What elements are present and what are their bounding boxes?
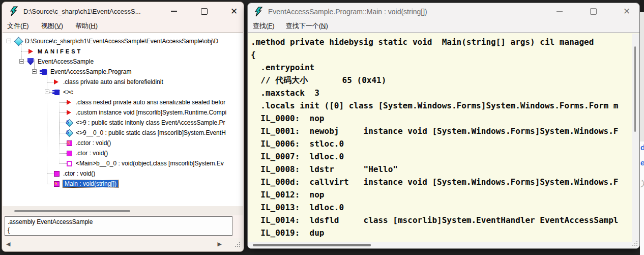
menu-item[interactable]: 查找(F) bbox=[253, 21, 275, 31]
ildasm-main-window: D:\Source\c_sharp\ch1\EventAccessS... ✕ … bbox=[2, 2, 244, 252]
tree-item-icon-cell: S bbox=[66, 139, 73, 147]
tree-row[interactable]: D:\Source\c_sharp\ch1\EventAccessSample\… bbox=[3, 36, 243, 46]
maximize-icon bbox=[590, 8, 597, 15]
maximize-button[interactable] bbox=[198, 6, 210, 17]
scroll-right-icon[interactable]: ▶ bbox=[218, 241, 222, 247]
sliver-band bbox=[640, 12, 644, 141]
method-icon bbox=[54, 171, 60, 177]
expand-collapse-box[interactable] bbox=[45, 90, 49, 94]
scrollbar-thumb[interactable] bbox=[634, 46, 636, 132]
tree-item-label-selected[interactable]: Main : void(string[]) bbox=[63, 180, 118, 187]
right-menu-bar: 查找(F)查找下一个(N) bbox=[248, 20, 639, 32]
static-marker-icon: S bbox=[66, 129, 69, 135]
tree-item-label[interactable]: .ctor : void() bbox=[63, 170, 95, 177]
il-code-line: .method private hidebysig static void Ma… bbox=[251, 36, 631, 48]
menu-item[interactable]: 查找下一个(N) bbox=[286, 21, 328, 31]
static-marker-icon: S bbox=[54, 181, 57, 186]
minimize-button[interactable] bbox=[554, 6, 565, 17]
menu-item[interactable]: 视图(V) bbox=[41, 21, 63, 31]
resize-grip-icon[interactable] bbox=[235, 243, 240, 248]
ildasm-app-icon bbox=[9, 6, 19, 16]
tree-row[interactable]: .class private auto ansi beforefieldinit bbox=[3, 77, 243, 87]
close-button[interactable]: ✕ bbox=[621, 6, 632, 17]
tree-item-icon-cell bbox=[53, 170, 60, 177]
tree-horizontal-scrollbar[interactable] bbox=[3, 206, 243, 215]
tree-item-label[interactable]: .class nested private auto ansi serializ… bbox=[76, 99, 225, 106]
assembly-info-line: .assembly EventAccessSample bbox=[8, 218, 229, 226]
tree-row[interactable]: EventAccessSample.Program bbox=[3, 67, 243, 77]
menu-item[interactable]: 文件(F) bbox=[7, 21, 29, 31]
expand-collapse-box[interactable] bbox=[32, 69, 37, 74]
tree-row[interactable]: .ctor : void() bbox=[3, 148, 243, 158]
tree-item-label[interactable]: .cctor : void() bbox=[76, 139, 111, 147]
tree-item-label[interactable]: <Main>b__0_0 : void(object,class [mscorl… bbox=[76, 160, 224, 167]
file-diamond-icon bbox=[14, 37, 23, 46]
static-marker-icon: S bbox=[67, 140, 70, 146]
menu-item-label: ) bbox=[61, 22, 63, 30]
expand-collapse-box[interactable] bbox=[19, 59, 24, 64]
horizontal-scrollbar[interactable] bbox=[248, 242, 639, 248]
minimize-button[interactable] bbox=[168, 6, 180, 17]
info-triangle-icon bbox=[54, 79, 58, 84]
tree-item-label[interactable]: .ctor : void() bbox=[76, 150, 108, 157]
tree-item-label[interactable]: MANIFEST bbox=[38, 48, 82, 55]
tree-row[interactable]: EventAccessSample bbox=[3, 56, 243, 67]
menu-item-label: 帮助( bbox=[75, 22, 91, 30]
bottom-horizontal-scrollbar[interactable]: ◀ ▶ bbox=[3, 238, 243, 251]
il-code-line: IL_0007: ldloc.0 bbox=[251, 150, 631, 163]
tree-row[interactable]: .custom instance void [mscorlib]System.R… bbox=[3, 107, 243, 118]
menu-access-key: V bbox=[56, 22, 61, 30]
tree-item-label[interactable]: EventAccessSample.Program bbox=[50, 68, 131, 75]
assembly-shield-icon bbox=[27, 58, 34, 65]
il-code-text: .method private hidebysig static void Ma… bbox=[251, 36, 631, 239]
menu-item-label: 查找下一个( bbox=[286, 22, 321, 30]
tree-item-label[interactable]: <>9 : public static initonly class Event… bbox=[76, 119, 225, 126]
right-title-bar[interactable]: EventAccessSample.Program::Main : void(s… bbox=[248, 3, 639, 20]
tree-row[interactable]: S<>9 : public static initonly class Even… bbox=[3, 118, 243, 128]
assembly-info-box: .assembly EventAccessSample { bbox=[5, 216, 232, 236]
tree-item-label[interactable]: EventAccessSample bbox=[38, 58, 94, 65]
tree-item-label[interactable]: .custom instance void [mscorlib]System.R… bbox=[76, 109, 226, 116]
tree-item-label[interactable]: .class private auto ansi beforefieldinit bbox=[63, 78, 163, 86]
class-icon bbox=[54, 90, 60, 95]
tree-row[interactable]: MANIFEST bbox=[3, 46, 243, 56]
scrollbar-thumb[interactable] bbox=[14, 210, 130, 212]
tree-item-icon-cell bbox=[66, 109, 73, 116]
il-code-line: .entrypoint bbox=[251, 61, 631, 74]
class-icon bbox=[42, 69, 47, 75]
menu-item-label: ) bbox=[26, 22, 28, 30]
tree-item-label[interactable]: <>c bbox=[63, 89, 73, 96]
expand-collapse-box[interactable] bbox=[7, 39, 11, 43]
tree-row[interactable]: SMain : void(string[]) bbox=[3, 179, 243, 189]
il-code-line: { bbox=[251, 48, 631, 61]
scrollbar-thumb[interactable] bbox=[253, 244, 371, 246]
tree-row[interactable]: S.cctor : void() bbox=[3, 138, 243, 148]
il-code-line: IL_000d: callvirt instance void [System.… bbox=[251, 176, 631, 188]
info-triangle-icon bbox=[67, 110, 71, 115]
tree-item-label[interactable]: <>9__0_0 : public static class [mscorlib… bbox=[76, 129, 226, 136]
menu-item-label: 查找( bbox=[253, 22, 268, 30]
menu-item[interactable]: 帮助(H) bbox=[75, 21, 98, 31]
tree-item-icon-cell bbox=[53, 89, 60, 96]
close-button[interactable]: ✕ bbox=[228, 6, 240, 17]
tree-item-label[interactable]: D:\Source\c_sharp\ch1\EventAccessSample\… bbox=[25, 38, 218, 45]
tree-item-icon-cell: S bbox=[66, 119, 73, 126]
sliver-text: 关 bbox=[640, 179, 644, 189]
tree-row[interactable]: .class nested private auto ansi serializ… bbox=[3, 97, 243, 107]
menu-access-key: N bbox=[321, 22, 326, 30]
left-title-bar[interactable]: D:\Source\c_sharp\ch1\EventAccessS... ✕ bbox=[2, 2, 244, 20]
tree-row[interactable]: <Main>b__0_0 : void(object,class [mscorl… bbox=[3, 158, 243, 168]
maximize-icon bbox=[201, 8, 208, 15]
scroll-left-icon[interactable]: ◀ bbox=[6, 241, 10, 247]
tree-row[interactable]: .ctor : void() bbox=[3, 168, 243, 179]
desktop: D:\Source\c_sharp\ch1\EventAccessS... ✕ … bbox=[0, 0, 644, 255]
il-code-line: IL_0013: ldloc.0 bbox=[251, 201, 631, 214]
tree-item-icon-cell bbox=[66, 150, 73, 157]
vertical-scrollbar[interactable] bbox=[632, 34, 639, 242]
tree-row[interactable]: <>c bbox=[3, 87, 243, 97]
info-triangle-icon bbox=[67, 100, 71, 105]
maximize-button[interactable] bbox=[588, 6, 599, 17]
tree-row[interactable]: S<>9__0_0 : public static class [mscorli… bbox=[3, 128, 243, 138]
resize-grip-icon[interactable] bbox=[632, 242, 637, 247]
tree-item-icon-cell bbox=[66, 99, 73, 106]
